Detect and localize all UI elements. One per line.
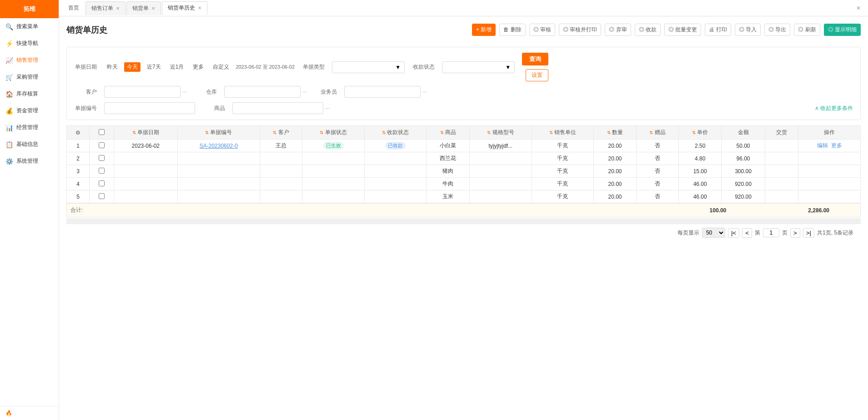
sidebar-item-operation[interactable]: 📊 经营管理 (0, 119, 59, 136)
td-date (114, 165, 177, 178)
date-quick-custom[interactable]: 自定义 (210, 62, 232, 72)
th-doc-status[interactable]: ⇅ 单据状态 (302, 126, 365, 140)
edit-action-btn[interactable]: 编辑 (816, 142, 829, 149)
date-quick-1month[interactable]: 近1月 (167, 62, 187, 72)
print-button[interactable]: 🖨 打印 (705, 24, 731, 36)
date-quick-today[interactable]: 今天 (124, 62, 140, 72)
status-badge: 已生效 (323, 142, 344, 150)
td-actions (798, 178, 861, 190)
sidebar-item-sales[interactable]: 📈 销售管理 (0, 52, 59, 69)
collect-button[interactable]: ◎ 收款 (635, 24, 661, 36)
th-goods[interactable]: ⇅ 商品 (426, 126, 470, 140)
next-page-btn[interactable]: > (790, 228, 800, 238)
td-qty: 20.00 (594, 190, 637, 203)
sidebar-item-inventory[interactable]: 🏠 库存核算 (0, 85, 59, 102)
sidebar-label-inventory: 库存核算 (16, 90, 38, 98)
export-button[interactable]: ◎ 导出 (764, 24, 790, 36)
warehouse-dots[interactable]: ··· (302, 89, 307, 95)
tab-sales-history-close[interactable]: ✕ (198, 5, 201, 10)
salesperson-input[interactable] (344, 86, 421, 98)
sidebar-item-search[interactable]: 🔍 搜索菜单 (0, 18, 59, 35)
sidebar-item-finance[interactable]: 💰 资金管理 (0, 102, 59, 119)
scrollbar-area[interactable] (66, 218, 861, 224)
th-actions: 操作 (798, 126, 861, 140)
page-number-input[interactable] (763, 228, 779, 237)
batch-change-button[interactable]: ◎ 批量变更 (664, 24, 701, 36)
td-date (114, 190, 177, 203)
th-customer[interactable]: ⇅ 客户 (260, 126, 302, 140)
sidebar-item-system[interactable]: ⚙️ 系统管理 (0, 153, 59, 170)
sidebar-item-purchase[interactable]: 🛒 采购管理 (0, 69, 59, 85)
th-doc-no[interactable]: ⇅ 单据编号 (177, 126, 260, 140)
doc-type-select[interactable]: ▼ (332, 61, 405, 73)
warehouse-input[interactable] (224, 86, 301, 98)
last-page-btn[interactable]: >| (803, 228, 814, 238)
th-spec[interactable]: ⇅ 规格型号 (470, 126, 532, 140)
basic-icon: 📋 (5, 141, 13, 148)
first-page-btn[interactable]: |< (728, 228, 739, 238)
tab-home[interactable]: 首页 (63, 1, 85, 15)
select-all-checkbox[interactable] (99, 129, 105, 135)
tab-sales-delivery-close[interactable]: ✕ (151, 6, 155, 11)
customer-input[interactable] (104, 86, 181, 98)
fire-icon: 🔥 (5, 410, 12, 416)
abandon-button[interactable]: ◎ 弃审 (605, 24, 631, 36)
sidebar-label-search: 搜索菜单 (16, 23, 38, 30)
th-date[interactable]: ⇅ 单据日期 (114, 126, 177, 140)
import-button[interactable]: ◎ 导入 (735, 24, 761, 36)
td-goods: 玉米 (426, 190, 470, 203)
th-gift[interactable]: ⇅ 赠品 (636, 126, 679, 140)
collapse-button[interactable]: ∧ 收起更多条件 (815, 105, 853, 112)
td-docstatus (302, 165, 365, 178)
tab-sales-order-close[interactable]: ✕ (116, 6, 120, 11)
th-unit[interactable]: ⇅ 销售单位 (532, 126, 594, 140)
new-button[interactable]: + 新增 (472, 24, 496, 36)
show-detail-button[interactable]: ◎ 显示明细 (824, 24, 861, 36)
th-price[interactable]: ⇅ 单价 (679, 126, 722, 140)
more-action-btn[interactable]: 更多 (830, 142, 843, 149)
th-qty[interactable]: ⇅ 数量 (594, 126, 637, 140)
per-page-select[interactable]: 50 20 100 (702, 228, 725, 238)
sidebar-item-basic[interactable]: 📋 基础信息 (0, 136, 59, 153)
tab-sales-delivery[interactable]: 销货单 ✕ (126, 1, 161, 15)
filter-panel: 单据日期 昨天 今天 近7天 近1月 更多 自定义 2023-06-02 至 2… (66, 47, 861, 120)
purchase-icon: 🛒 (5, 74, 13, 81)
th-settings[interactable]: ⚙ (67, 126, 90, 140)
th-collect-status[interactable]: ⇅ 收款状态 (364, 126, 426, 140)
tab-sales-order[interactable]: 销售订单 ✕ (85, 1, 125, 15)
row-checkbox[interactable] (99, 193, 105, 199)
goods-input[interactable] (232, 102, 323, 114)
refresh-button[interactable]: ◎ 刷新 (794, 24, 820, 36)
docno-link[interactable]: SA-20230602-0 (200, 143, 238, 149)
td-date (114, 152, 177, 165)
salesperson-dots[interactable]: ··· (422, 89, 427, 95)
td-gift: 否 (636, 178, 679, 190)
row-checkbox[interactable] (99, 168, 105, 174)
date-quick-yesterday[interactable]: 昨天 (104, 62, 120, 72)
doc-no-input[interactable] (104, 102, 195, 114)
customer-dots[interactable]: ··· (182, 89, 187, 95)
row-checkbox[interactable] (99, 155, 105, 161)
close-all-btn[interactable]: ✕ (853, 5, 864, 11)
td-docno (177, 165, 260, 178)
setup-button[interactable]: 设置 (526, 69, 548, 81)
row-checkbox[interactable] (99, 142, 105, 148)
sidebar-item-quick[interactable]: ⚡ 快捷导航 (0, 35, 59, 52)
row-checkbox[interactable] (99, 180, 105, 186)
date-label: 单据日期 (74, 63, 97, 71)
td-spec (470, 178, 532, 190)
sidebar-fire-btn[interactable]: 🔥 (0, 406, 59, 420)
goods-dots[interactable]: ··· (325, 105, 330, 111)
sidebar-bottom: 🔥 (0, 406, 59, 420)
sort-docstatus-icon: ⇅ (320, 130, 323, 135)
audit-print-button[interactable]: ◎ 审核并打印 (559, 24, 601, 36)
date-quick-7days[interactable]: 近7天 (144, 62, 164, 72)
audit-button[interactable]: ◎ 审核 (529, 24, 555, 36)
prev-page-btn[interactable]: < (742, 228, 752, 238)
delete-button[interactable]: 🗑 删除 (499, 24, 525, 36)
query-button[interactable]: 查询 (522, 53, 548, 65)
tab-sales-history[interactable]: 销货单历史 ✕ (162, 1, 207, 15)
collect-status-select[interactable]: ▼ (442, 61, 515, 73)
date-quick-more[interactable]: 更多 (190, 62, 206, 72)
th-checkbox[interactable] (90, 126, 114, 140)
